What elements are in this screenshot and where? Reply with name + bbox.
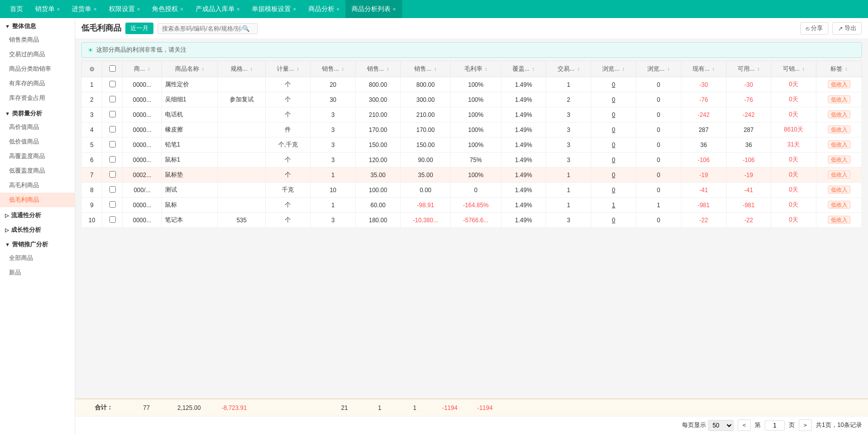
- time-filter-button[interactable]: 近一月: [125, 23, 153, 34]
- column-code[interactable]: 商... ↕: [122, 61, 161, 77]
- row-checkbox[interactable]: [102, 77, 123, 92]
- row-select-checkbox[interactable]: [109, 201, 116, 208]
- row-checkbox[interactable]: [102, 122, 123, 137]
- nav-product-inbound[interactable]: 产成品入库单 ×: [190, 0, 246, 18]
- close-icon[interactable]: ×: [180, 6, 183, 12]
- close-icon[interactable]: ×: [293, 6, 296, 12]
- export-button[interactable]: ↗ 导出: [832, 22, 862, 35]
- row-view1[interactable]: 0: [591, 107, 636, 122]
- row-unit: 个,千克: [265, 137, 310, 153]
- row-checkbox[interactable]: [102, 107, 123, 122]
- row-checkbox[interactable]: [102, 213, 123, 228]
- row-checkbox[interactable]: [102, 168, 123, 183]
- column-gross-margin[interactable]: 毛利率 ↕: [450, 61, 501, 77]
- total-records: 共1页，10条记录: [816, 421, 862, 429]
- row-view1[interactable]: 0: [591, 77, 636, 92]
- nav-permissions[interactable]: 权限设置 ×: [103, 0, 146, 18]
- sidebar-item-inventory-capital[interactable]: 库存资金占用: [0, 91, 75, 105]
- nav-home[interactable]: 首页: [4, 0, 29, 18]
- nav-role-auth[interactable]: 角色授权 ×: [146, 0, 189, 18]
- table-row: 1 0000... 属性定价 个 20 800.00 800.00 100% 1…: [82, 77, 862, 92]
- column-trade[interactable]: 交易... ↕: [546, 61, 591, 77]
- column-sale-qty[interactable]: 销售... ↕: [310, 61, 356, 77]
- search-input[interactable]: [162, 25, 242, 32]
- row-name: 鼠标1: [161, 153, 218, 168]
- row-view1[interactable]: 0: [591, 153, 636, 168]
- sidebar-group-cluster-analysis[interactable]: ▼ 类群量分析: [0, 105, 75, 120]
- row-select-checkbox[interactable]: [109, 126, 116, 132]
- sidebar-group-circulation[interactable]: ▷ 流通性分析: [0, 207, 75, 222]
- close-icon[interactable]: ×: [336, 6, 339, 12]
- nav-sales-order[interactable]: 销货单 ×: [29, 0, 66, 18]
- column-name[interactable]: 商品名称 ↕: [161, 61, 218, 77]
- row-select-checkbox[interactable]: [109, 81, 116, 87]
- column-sale-price[interactable]: 销售... ↕: [356, 61, 401, 77]
- column-view2[interactable]: 浏览... ↕: [636, 61, 681, 77]
- row-select-checkbox[interactable]: [109, 141, 116, 148]
- column-spec[interactable]: 规格... ↕: [218, 61, 265, 77]
- close-icon[interactable]: ×: [393, 6, 396, 12]
- nav-purchase-order[interactable]: 进货单 ×: [66, 0, 102, 18]
- row-select-checkbox[interactable]: [109, 216, 116, 223]
- column-settings[interactable]: ⚙: [82, 61, 102, 77]
- column-available-stock[interactable]: 可用... ↕: [726, 61, 771, 77]
- sidebar-item-high-value[interactable]: 高价值商品: [0, 120, 75, 134]
- sidebar-item-all-products[interactable]: 全部商品: [0, 251, 75, 265]
- per-page-select[interactable]: 50 20 100: [708, 420, 734, 431]
- row-checkbox[interactable]: [102, 92, 123, 107]
- sidebar-item-traded-products[interactable]: 交易过的商品: [0, 47, 75, 62]
- column-unit[interactable]: 计量... ↕: [265, 61, 310, 77]
- row-available-stock: 287: [726, 122, 771, 137]
- column-current-stock[interactable]: 现有... ↕: [681, 61, 726, 77]
- page-number-input[interactable]: [765, 420, 785, 430]
- sidebar-item-new-products[interactable]: 新品: [0, 265, 75, 280]
- sidebar-group-marketing[interactable]: ▼ 营销推广分析: [0, 236, 75, 251]
- row-view1[interactable]: 0: [591, 183, 636, 198]
- close-icon[interactable]: ×: [137, 6, 140, 12]
- column-sale-amount[interactable]: 销售... ↕: [401, 61, 451, 77]
- share-button[interactable]: ⎋ 分享: [800, 22, 828, 35]
- nav-product-analysis-list[interactable]: 商品分析列表 ×: [345, 0, 402, 18]
- row-select-checkbox[interactable]: [109, 111, 116, 117]
- row-view1[interactable]: 0: [591, 213, 636, 228]
- row-checkbox[interactable]: [102, 153, 123, 168]
- row-view1[interactable]: 1: [591, 198, 636, 213]
- row-view1[interactable]: 0: [591, 92, 636, 107]
- column-view1[interactable]: 浏览... ↕: [591, 61, 636, 77]
- sidebar-item-high-margin[interactable]: 高毛利商品: [0, 178, 75, 193]
- row-coverage: 1.49%: [501, 183, 546, 198]
- column-checkbox[interactable]: [102, 61, 123, 77]
- row-select-checkbox[interactable]: [109, 186, 116, 193]
- pagination-bar: 每页显示 50 20 100 ＜ 第 页 ＞ 共1页，10条记录: [75, 416, 868, 434]
- nav-template-settings[interactable]: 单据模板设置 ×: [246, 0, 302, 18]
- row-select-checkbox[interactable]: [109, 171, 116, 178]
- row-checkbox[interactable]: [102, 183, 123, 198]
- row-select-checkbox[interactable]: [109, 156, 116, 163]
- sidebar-item-category-rate[interactable]: 商品分类助销率: [0, 62, 75, 76]
- sidebar-item-low-margin[interactable]: 低毛利商品: [0, 193, 75, 207]
- row-view1[interactable]: 0: [591, 122, 636, 137]
- row-view1[interactable]: 0: [591, 168, 636, 183]
- sidebar-item-sales-products[interactable]: 销售类商品: [0, 33, 75, 47]
- column-coverage[interactable]: 覆盖... ↕: [501, 61, 546, 77]
- row-select-checkbox[interactable]: [109, 96, 116, 102]
- sidebar-item-high-coverage[interactable]: 高覆盖度商品: [0, 149, 75, 164]
- close-icon[interactable]: ×: [57, 6, 60, 12]
- search-icon[interactable]: 🔍: [242, 25, 250, 32]
- prev-page-button[interactable]: ＜: [738, 419, 751, 431]
- close-icon[interactable]: ×: [93, 6, 96, 12]
- nav-product-analysis[interactable]: 商品分析 ×: [302, 0, 345, 18]
- close-icon[interactable]: ×: [237, 6, 240, 12]
- sidebar-group-overall-info[interactable]: ▼ 整体信息: [0, 18, 75, 33]
- column-saleable-days[interactable]: 可销... ↕: [771, 61, 816, 77]
- row-checkbox[interactable]: [102, 137, 123, 153]
- sidebar-group-growth[interactable]: ▷ 成长性分析: [0, 222, 75, 236]
- row-view1[interactable]: 0: [591, 137, 636, 153]
- row-checkbox[interactable]: [102, 198, 123, 213]
- sidebar-item-low-value[interactable]: 低价值商品: [0, 134, 75, 149]
- sidebar-item-low-coverage[interactable]: 低覆盖度商品: [0, 164, 75, 178]
- select-all-checkbox[interactable]: [109, 65, 116, 72]
- column-tag[interactable]: 标签 ↕: [816, 61, 862, 77]
- next-page-button[interactable]: ＞: [799, 419, 812, 431]
- sidebar-item-in-stock[interactable]: 有库存的商品: [0, 76, 75, 91]
